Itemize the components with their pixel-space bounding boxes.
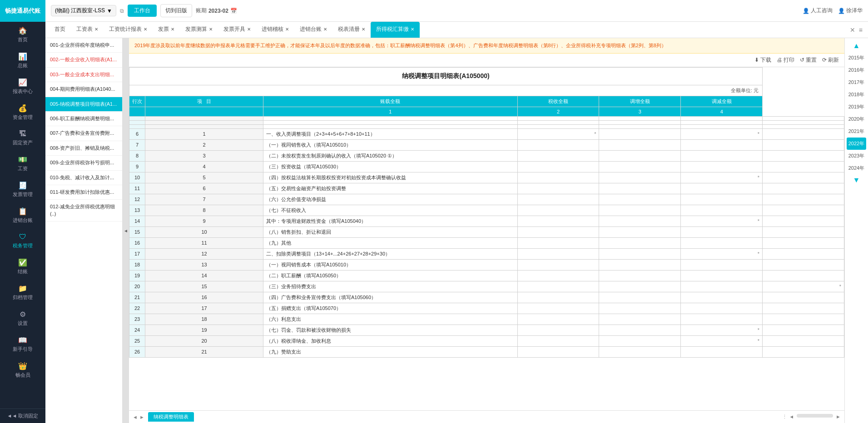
bottom-sheet-tab[interactable]: 纳税调整明细表 — [148, 412, 194, 422]
company-selector[interactable]: (物副) 江西股室-LSS ▼ — [51, 5, 116, 16]
cell-c4[interactable] — [763, 270, 844, 281]
year-item[interactable]: 2021年 — [847, 125, 866, 138]
cell-c2[interactable] — [599, 325, 681, 335]
cell-c4[interactable] — [763, 226, 844, 237]
cell-c3[interactable]: * — [681, 248, 763, 259]
cell-c4[interactable]: * — [763, 281, 844, 292]
cell-c4[interactable] — [763, 335, 844, 346]
cell-c2[interactable] — [599, 226, 681, 237]
cell-c4[interactable] — [763, 292, 844, 303]
cell-c2[interactable] — [599, 248, 681, 259]
cell-c4[interactable] — [763, 303, 844, 314]
cell-c3[interactable] — [681, 139, 763, 150]
unpin-button[interactable]: ◄◄ 取消固定 — [0, 408, 45, 423]
cell-c2[interactable] — [599, 292, 681, 303]
cell-c4[interactable] — [763, 150, 844, 161]
table-container[interactable]: 纳税调整项目明细表(A105000) 全额单位: 元 行次 项 目 账载全额 税… — [129, 67, 844, 411]
cell-c4[interactable] — [763, 124, 844, 128]
hscroll-track[interactable] — [797, 414, 833, 418]
year-item[interactable]: 2022年 — [847, 138, 866, 150]
cell-c1[interactable] — [517, 120, 599, 124]
tab-income-tax[interactable]: 所得税汇算缴 ✕ — [371, 22, 420, 38]
cell-c2[interactable] — [599, 124, 681, 128]
print-button[interactable]: 🖨 打印 — [777, 56, 794, 64]
cell-c1[interactable] — [517, 150, 599, 161]
tab-close-purchase-audit[interactable]: ✕ — [285, 27, 289, 32]
cell-c3[interactable]: * — [681, 335, 763, 346]
cell-c3[interactable]: * — [681, 128, 763, 139]
cell-c3[interactable] — [681, 120, 763, 124]
tab-home[interactable]: 首页 — [49, 22, 71, 38]
cell-c1[interactable] — [517, 335, 599, 346]
cell-c3[interactable] — [681, 150, 763, 161]
cell-c1[interactable] — [517, 226, 599, 237]
tab-invoice[interactable]: 发票 ✕ — [153, 22, 180, 38]
cell-c2[interactable] — [599, 128, 681, 139]
cell-c3[interactable] — [681, 259, 763, 270]
cell-c2[interactable] — [599, 139, 681, 150]
left-item-009[interactable]: 009-企业所得税弥补亏损明... — [45, 156, 122, 170]
close-all-icon[interactable]: ✕ — [850, 26, 855, 34]
cell-c1[interactable] — [517, 281, 599, 292]
cell-c3[interactable] — [681, 292, 763, 303]
cell-c1[interactable] — [517, 259, 599, 270]
cell-c1[interactable] — [517, 139, 599, 150]
cell-c4[interactable] — [763, 325, 844, 335]
tab-invoice-calc[interactable]: 发票测算 ✕ — [180, 22, 218, 38]
left-item-007[interactable]: 007-广告费和业务宣传费附... — [45, 126, 122, 141]
cell-c3[interactable] — [681, 205, 763, 216]
cell-c4[interactable] — [763, 128, 844, 139]
tab-purchase-audit[interactable]: 进销稽核 ✕ — [256, 22, 294, 38]
tab-purchase-ledger[interactable]: 进销台账 ✕ — [294, 22, 332, 38]
cell-c2[interactable] — [599, 194, 681, 205]
cell-c2[interactable] — [599, 237, 681, 248]
user-service-btn[interactable]: 👤 人工咨询 — [803, 7, 833, 15]
cell-c1[interactable] — [517, 314, 599, 325]
reset-button[interactable]: ↺ 重置 — [800, 56, 817, 64]
calendar-icon[interactable]: 📅 — [230, 8, 237, 14]
left-item-003[interactable]: 003-一般企业成本支出明细... — [45, 68, 122, 82]
cell-c1[interactable] — [517, 237, 599, 248]
cell-c1[interactable] — [517, 183, 599, 194]
sidebar-item-tax[interactable]: 🛡 税务管理 — [0, 228, 45, 254]
cell-c4[interactable] — [763, 314, 844, 325]
sidebar-item-purchase-sales[interactable]: 📋 进销台账 — [0, 202, 45, 228]
sidebar-item-guide[interactable]: 📖 新手引导 — [0, 331, 45, 357]
year-item[interactable]: 2019年 — [847, 101, 866, 113]
cell-c4[interactable] — [763, 183, 844, 194]
tab-close-payroll[interactable]: ✕ — [94, 27, 98, 32]
cell-c1[interactable] — [517, 194, 599, 205]
old-version-button[interactable]: 切到旧版 — [160, 4, 192, 17]
left-item-010[interactable]: 010-免税、减计收入及加计... — [45, 171, 122, 185]
cell-c1[interactable] — [517, 325, 599, 335]
user-avatar[interactable]: 👤 徐泽华 — [838, 7, 863, 15]
left-item-011[interactable]: 011-研发费用加计扣除优惠... — [45, 185, 122, 200]
left-item-012[interactable]: 012-减免企业所得税优惠明细(..) — [45, 200, 122, 221]
cell-c3[interactable] — [681, 314, 763, 325]
cell-c1[interactable] — [517, 124, 599, 128]
tab-close-invoice-calc[interactable]: ✕ — [209, 27, 213, 32]
left-item-006[interactable]: 006-职工薪酬纳税调整明细... — [45, 112, 122, 126]
cell-c2[interactable] — [599, 120, 681, 124]
sidebar-item-vip[interactable]: 👑 畅会员 — [0, 357, 45, 383]
left-item-008[interactable]: 008-资产折旧、摊销及纳税... — [45, 141, 122, 156]
collapse-panel-button[interactable]: ◄ — [123, 38, 129, 423]
tab-close-invoice-issue[interactable]: ✕ — [247, 27, 251, 32]
tab-close-payroll-report[interactable]: ✕ — [144, 27, 147, 32]
cell-c2[interactable] — [599, 314, 681, 325]
cell-c2[interactable] — [599, 281, 681, 292]
cell-c3[interactable] — [681, 346, 763, 357]
cell-c2[interactable] — [599, 172, 681, 183]
cell-c2[interactable] — [599, 116, 681, 120]
cell-c4[interactable] — [763, 161, 844, 172]
cell-c3[interactable] — [681, 270, 763, 281]
tab-payroll-report[interactable]: 工资统计报表 ✕ — [104, 22, 153, 38]
cell-c4[interactable] — [763, 346, 844, 357]
cell-c1[interactable] — [517, 172, 599, 183]
year-item[interactable]: 2017年 — [847, 76, 866, 89]
tab-tax-list[interactable]: 税表清册 ✕ — [332, 22, 371, 38]
cell-c1[interactable] — [517, 292, 599, 303]
year-item[interactable]: 2016年 — [847, 64, 866, 76]
cell-c3[interactable] — [681, 281, 763, 292]
year-nav-down[interactable]: ▼ — [851, 174, 862, 186]
